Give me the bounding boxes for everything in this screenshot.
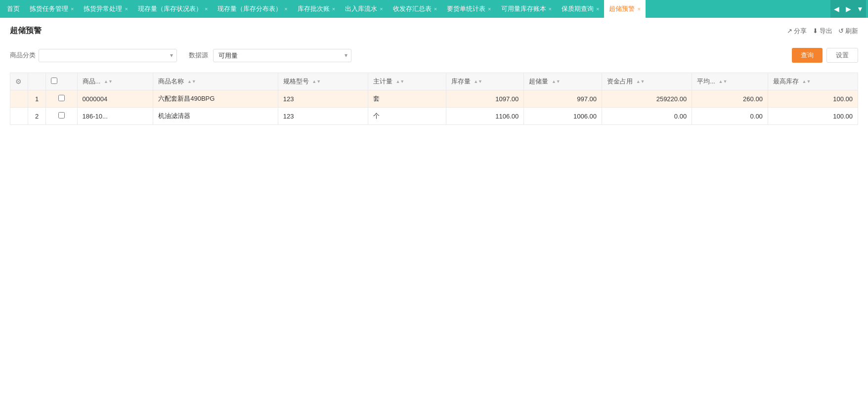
page-header: 超储预警 ↗ 分享 ⬇ 导出 ↺ 刷新 bbox=[10, 26, 858, 36]
nav-stock-batch[interactable]: 库存批次账 × bbox=[293, 0, 340, 18]
td-spec: 123 bbox=[278, 108, 368, 125]
query-button[interactable]: 查询 bbox=[792, 48, 823, 63]
refresh-icon: ↺ bbox=[838, 27, 844, 35]
share-icon: ↗ bbox=[787, 27, 792, 35]
header-actions: ↗ 分享 ⬇ 导出 ↺ 刷新 bbox=[787, 27, 858, 36]
td-avg: 0.00 bbox=[692, 108, 768, 125]
close-icon[interactable]: × bbox=[637, 6, 640, 12]
sort-arrows-name: ▲▼ bbox=[187, 79, 196, 84]
datasource-filter: 数据源 可用量 库存量 bbox=[189, 49, 351, 62]
page-title: 超储预警 bbox=[10, 26, 787, 36]
close-icon[interactable]: × bbox=[549, 6, 552, 12]
th-overstock[interactable]: 超储量 ▲▼ bbox=[524, 73, 602, 90]
td-capital: 0.00 bbox=[602, 108, 692, 125]
th-name[interactable]: 商品名称 ▲▼ bbox=[153, 73, 278, 90]
th-stock[interactable]: 库存量 ▲▼ bbox=[446, 73, 524, 90]
row-checkbox[interactable] bbox=[58, 112, 65, 118]
sort-arrows-spec: ▲▼ bbox=[312, 79, 321, 84]
td-unit: 个 bbox=[368, 108, 446, 125]
filter-buttons: 查询 设置 bbox=[792, 48, 858, 63]
nav-next-button[interactable]: ▶ bbox=[842, 0, 854, 18]
close-icon[interactable]: × bbox=[596, 6, 599, 12]
nav-available-stock[interactable]: 可用量库存账本 × bbox=[496, 0, 557, 18]
nav-prev-button[interactable]: ◀ bbox=[830, 0, 842, 18]
nav-overstock-warning[interactable]: 超储预警 × bbox=[604, 0, 645, 18]
close-icon[interactable]: × bbox=[125, 6, 128, 12]
td-settings-empty bbox=[10, 90, 28, 108]
th-index bbox=[28, 73, 46, 90]
close-icon[interactable]: × bbox=[488, 6, 491, 12]
td-unit: 套 bbox=[368, 90, 446, 108]
close-icon[interactable]: × bbox=[332, 6, 335, 12]
category-select[interactable] bbox=[39, 49, 177, 62]
refresh-button[interactable]: ↺ 刷新 bbox=[838, 27, 858, 36]
table-row: 1 0000004 六配套新昌490BPG 123 套 1097.00 997.… bbox=[10, 90, 858, 108]
td-overstock: 997.00 bbox=[524, 90, 602, 108]
datasource-select-wrapper: 可用量 库存量 bbox=[213, 49, 351, 62]
td-code: 186-10... bbox=[77, 108, 153, 125]
td-checkbox[interactable] bbox=[46, 108, 78, 125]
page-content: 超储预警 ↗ 分享 ⬇ 导出 ↺ 刷新 商品分类 bbox=[0, 18, 868, 395]
td-code: 0000004 bbox=[77, 90, 153, 108]
th-code[interactable]: 商品... ▲▼ bbox=[77, 73, 153, 90]
th-spec[interactable]: 规格型号 ▲▼ bbox=[278, 73, 368, 90]
td-avg: 260.00 bbox=[692, 90, 768, 108]
td-settings-empty bbox=[10, 108, 28, 125]
td-stock: 1097.00 bbox=[446, 90, 524, 108]
th-maxstock[interactable]: 最高库存 ▲▼ bbox=[768, 73, 858, 90]
td-maxstock: 100.00 bbox=[768, 108, 858, 125]
close-icon[interactable]: × bbox=[71, 6, 74, 12]
td-checkbox[interactable] bbox=[46, 90, 78, 108]
nav-summary[interactable]: 收发存汇总表 × bbox=[388, 0, 442, 18]
top-navigation: 首页 拣货任务管理 × 拣货异常处理 × 现存量（库存状况表） × 现存量（库存… bbox=[0, 0, 868, 18]
sort-arrows-avg: ▲▼ bbox=[719, 79, 728, 84]
sort-arrows-code: ▲▼ bbox=[104, 79, 113, 84]
table-body: 1 0000004 六配套新昌490BPG 123 套 1097.00 997.… bbox=[10, 90, 858, 125]
sort-arrows-capital: ▲▼ bbox=[636, 79, 645, 84]
setting-button[interactable]: 设置 bbox=[826, 48, 858, 63]
nav-order-stats[interactable]: 要货单统计表 × bbox=[442, 0, 496, 18]
td-name: 机油滤清器 bbox=[153, 108, 278, 125]
th-unit[interactable]: 主计量 ▲▼ bbox=[368, 73, 446, 90]
nav-shelf-life[interactable]: 保质期查询 × bbox=[557, 0, 604, 18]
td-overstock: 1006.00 bbox=[524, 108, 602, 125]
td-index: 1 bbox=[28, 90, 46, 108]
row-checkbox[interactable] bbox=[58, 95, 65, 101]
td-stock: 1106.00 bbox=[446, 108, 524, 125]
th-capital[interactable]: 资金占用 ▲▼ bbox=[602, 73, 692, 90]
nav-picking-exception[interactable]: 拣货异常处理 × bbox=[79, 0, 132, 18]
datasource-label: 数据源 bbox=[189, 51, 208, 60]
export-button[interactable]: ⬇ 导出 bbox=[813, 27, 832, 36]
settings-icon[interactable]: ⚙ bbox=[15, 78, 22, 85]
th-settings: ⚙ bbox=[10, 73, 28, 90]
data-table: ⚙ 商品... ▲▼ 商品名称 ▲▼ 规格型号 ▲▼ bbox=[10, 73, 858, 125]
td-spec: 123 bbox=[278, 90, 368, 108]
td-maxstock: 100.00 bbox=[768, 90, 858, 108]
nav-home[interactable]: 首页 bbox=[2, 0, 25, 18]
share-button[interactable]: ↗ 分享 bbox=[787, 27, 807, 36]
close-icon[interactable]: × bbox=[205, 6, 208, 12]
close-icon[interactable]: × bbox=[434, 6, 437, 12]
th-checkbox bbox=[46, 73, 78, 90]
td-index: 2 bbox=[28, 108, 46, 125]
close-icon[interactable]: × bbox=[284, 6, 287, 12]
export-icon: ⬇ bbox=[813, 27, 818, 35]
select-all-checkbox[interactable] bbox=[51, 78, 57, 84]
sort-arrows-stock: ▲▼ bbox=[474, 79, 482, 84]
th-avg[interactable]: 平均... ▲▼ bbox=[692, 73, 768, 90]
nav-inout-flow[interactable]: 出入库流水 × bbox=[340, 0, 388, 18]
table-header: ⚙ 商品... ▲▼ 商品名称 ▲▼ 规格型号 ▲▼ bbox=[10, 73, 858, 90]
category-filter: 商品分类 bbox=[10, 49, 177, 62]
category-select-wrapper bbox=[39, 49, 177, 62]
datasource-select[interactable]: 可用量 库存量 bbox=[213, 49, 351, 62]
nav-stock-status[interactable]: 现存量（库存状况表） × bbox=[133, 0, 213, 18]
nav-picking-task[interactable]: 拣货任务管理 × bbox=[25, 0, 79, 18]
nav-more-button[interactable]: ▼ bbox=[854, 0, 866, 18]
td-name: 六配套新昌490BPG bbox=[153, 90, 278, 108]
sort-arrows-unit: ▲▼ bbox=[395, 79, 404, 84]
nav-arrows: ◀ ▶ ▼ bbox=[830, 0, 866, 18]
filter-area: 商品分类 数据源 可用量 库存量 查询 设置 bbox=[10, 44, 858, 67]
table-row: 2 186-10... 机油滤清器 123 个 1106.00 1006.00 … bbox=[10, 108, 858, 125]
close-icon[interactable]: × bbox=[380, 6, 383, 12]
nav-stock-dist[interactable]: 现存量（库存分布表） × bbox=[213, 0, 292, 18]
